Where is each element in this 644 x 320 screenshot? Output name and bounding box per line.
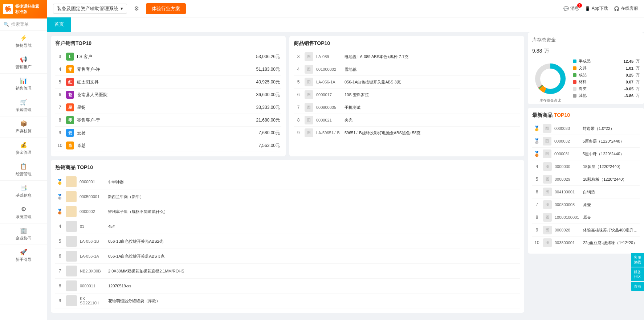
message-button[interactable]: 💬 消息 6 xyxy=(563,5,579,12)
product-img xyxy=(66,236,77,247)
operation-icon: 📋 xyxy=(20,163,27,170)
sidebar-item-operation[interactable]: 📋 经营管理 xyxy=(0,159,47,181)
new-products-card: 最新商品 TOP10 🥇 图 0000033 封边带（1.0*22） 🥈 图 0… xyxy=(528,108,644,254)
sidebar-item-basic[interactable]: 📑 基础信息 xyxy=(0,181,47,202)
table-row: 7 图 000800008 原壶 xyxy=(532,198,640,211)
corp-icon: 🏢 xyxy=(20,227,27,234)
product-sales-ranking-card: 商品销售TOP10 3 图 LA-089 电池盖 LA-089 ABS本色+黑种… xyxy=(289,36,524,156)
inventory-amount: 9.88 万 xyxy=(532,45,640,55)
sidebar-item-inventory[interactable]: 📦 库存核算 xyxy=(0,116,47,138)
donut-row: 库存资金占比 半成品 12.45 万 文具 1.01 xyxy=(532,58,640,100)
settings-button[interactable]: ⚙ xyxy=(131,4,142,14)
legend-item: 成品 0.25 万 xyxy=(573,72,640,78)
sidebar-item-corp[interactable]: 🏢 企业协同 xyxy=(0,223,47,245)
purchase-icon: 🛒 xyxy=(20,99,27,106)
medal-silver-icon: 🥈 xyxy=(57,194,63,200)
table-row: 7 星 星扬 33,333.00元 xyxy=(55,101,281,114)
app-download-button[interactable]: 📱 App下载 xyxy=(585,5,608,12)
table-row: 4 零 零售客户-许 51,183.00元 xyxy=(55,63,281,76)
system-name: 装备及固定资产辅助管理系统 xyxy=(57,5,118,12)
marketing-icon: 📢 xyxy=(20,56,27,63)
legend-dot xyxy=(573,60,576,63)
online-service-button[interactable]: 🎧 在线客服 xyxy=(614,5,638,12)
service-icon: 🎧 xyxy=(614,6,619,11)
table-row: 5 红 红太阳文具 40,925.00元 xyxy=(55,76,281,89)
table-row: 3 L LS 客户 53,006.26元 xyxy=(55,50,281,63)
message-badge: 6 xyxy=(577,3,582,8)
tab-home[interactable]: 首页 xyxy=(47,17,71,32)
product-img: 图 xyxy=(543,200,552,209)
legend-dot xyxy=(573,73,576,77)
table-row: 6 图 0000017 10S 变料罗弦 xyxy=(294,89,520,101)
product-img: 图 xyxy=(305,116,313,124)
table-row: 10 图 003800001 22g鱼豆腐-烧烤味（1*12*20） xyxy=(532,237,640,249)
hot-products-title: 热销商品 TOP10 xyxy=(55,164,520,171)
medal-gold-icon: 🥇 xyxy=(534,126,540,131)
legend-item: 文具 1.01 万 xyxy=(573,65,640,71)
product-img: 图 xyxy=(543,175,552,184)
legend-item: 肉类 -0.05 万 xyxy=(573,86,640,91)
rank-badge: 零 xyxy=(66,116,74,124)
legend-item: 材料 0.07 万 xyxy=(573,79,640,85)
inventory-title: 库存总资金 xyxy=(532,37,640,43)
medal-silver-icon: 🥈 xyxy=(534,138,540,144)
table-row: 9 图 LA-59651-1B 59651-1B旋转投影灯电池盒ABS黑色+58… xyxy=(294,127,520,139)
table-row: 3 图 LA-089 电池盖 LA-089 ABS本色+黑种 7.1克 xyxy=(294,50,520,63)
sidebar-item-marketing[interactable]: 📢 营销推广 xyxy=(0,52,47,74)
product-img: 图 xyxy=(305,65,313,74)
sidebar-item-sales[interactable]: 📊 销售管理 xyxy=(0,74,47,95)
table-row: 8 零 零售客户-于 21,680.00元 xyxy=(55,114,281,127)
product-img: 图 xyxy=(543,226,552,234)
guide-icon: 🚀 xyxy=(20,249,27,255)
sidebar-item-purchase[interactable]: 🛒 采购管理 xyxy=(0,95,47,116)
product-img xyxy=(66,295,77,306)
product-img xyxy=(66,280,77,291)
product-sales-ranking-title: 商品销售TOP10 xyxy=(294,40,520,47)
logo-icon: 畅 xyxy=(3,4,13,14)
product-img: 图 xyxy=(305,128,313,137)
table-row: 8 0000011 12070519-xs xyxy=(55,279,520,294)
logo-text: 畅捷通好生意 标准版 xyxy=(15,4,39,15)
sidebar-item-finance[interactable]: 💰 资金管理 xyxy=(0,138,47,159)
trial-button[interactable]: 体验行业方案 xyxy=(146,3,186,14)
finance-icon: 💰 xyxy=(20,141,27,148)
table-row: 🥈 000500001 新西兰牛肉（新牛） xyxy=(55,189,520,204)
product-img: 图 xyxy=(543,238,552,247)
table-row: 🥇 0000001 中华神器 xyxy=(55,175,520,189)
product-img: 图 xyxy=(543,188,552,196)
legend-dot xyxy=(573,80,576,84)
product-img: 图 xyxy=(543,149,551,158)
table-row: 4 图 001000002 雪地靴 xyxy=(294,63,520,76)
donut-label: 库存资金占比 xyxy=(539,98,561,103)
live-button[interactable]: 直播 xyxy=(631,282,644,291)
tab-bar: 首页 xyxy=(47,17,644,32)
main-area: 装备及固定资产辅助管理系统 ▾ ⚙ 体验行业方案 💬 消息 6 📱 App下载 … xyxy=(47,0,644,320)
legend-item: 半成品 12.45 万 xyxy=(573,58,640,64)
sidebar-item-nav[interactable]: ⚡ 快捷导航 xyxy=(0,31,47,52)
rank-badge: 苍 xyxy=(66,91,74,99)
table-row: 6 LA-056-1A 056-1A白色按键开关盖ABS 3克 xyxy=(55,249,520,264)
sidebar-item-guide[interactable]: 🚀 新手引导 xyxy=(0,245,47,266)
sidebar-item-system[interactable]: ⚙ 系统管理 xyxy=(0,202,47,223)
table-row: 4 图 0000030 18多层（1220*2440） xyxy=(532,160,640,173)
product-img: 图 xyxy=(305,90,313,99)
topbar-right: 💬 消息 6 📱 App下载 🎧 在线客服 xyxy=(563,5,638,12)
table-row: 🥉 0000002 智利车子里（规格不知道填什么） xyxy=(55,204,520,219)
topbar: 装备及固定资产辅助管理系统 ▾ ⚙ 体验行业方案 💬 消息 6 📱 App下载 … xyxy=(47,0,644,17)
rank-badge: 肖 xyxy=(66,141,74,149)
table-row: 9 图 0000028 体验嘉核味苏打饮品400毫升（1*15） xyxy=(532,224,640,237)
legend-dot xyxy=(573,94,576,98)
table-row: 🥇 图 0000033 封边带（1.0*22） xyxy=(532,122,640,135)
sidebar-logo: 畅 畅捷通好生意 标准版 xyxy=(0,0,47,19)
table-row: 9 云 云扬 7,680.00元 xyxy=(55,127,281,139)
customer-service-button[interactable]: 客服热线 xyxy=(631,253,644,267)
basic-icon: 📑 xyxy=(20,184,27,191)
float-buttons: 客服热线 服务社区 直播 xyxy=(631,253,644,291)
sidebar-search[interactable]: 🔍 搜索菜单 xyxy=(0,19,47,31)
system-selector[interactable]: 装备及固定资产辅助管理系统 ▾ xyxy=(53,4,127,14)
medal-bronze-icon: 🥉 xyxy=(534,151,540,157)
chevron-down-icon: ▾ xyxy=(121,6,123,11)
community-button[interactable]: 服务社区 xyxy=(631,267,644,281)
product-img: 图 xyxy=(543,124,551,133)
rank-badge: 零 xyxy=(66,65,74,73)
